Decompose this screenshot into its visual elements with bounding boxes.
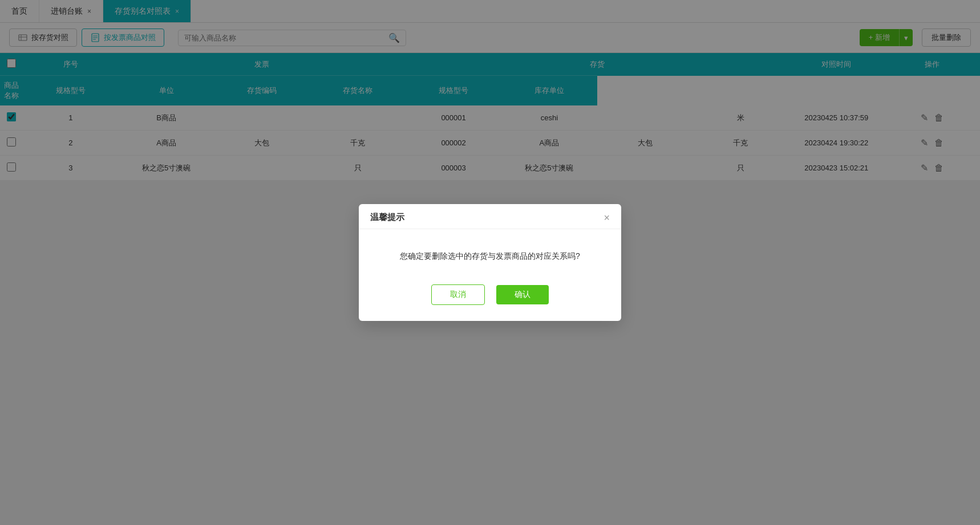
modal-overlay: 温馨提示 × 您确定要删除选中的存货与发票商品的对应关系吗? 取消 确认: [0, 0, 980, 181]
